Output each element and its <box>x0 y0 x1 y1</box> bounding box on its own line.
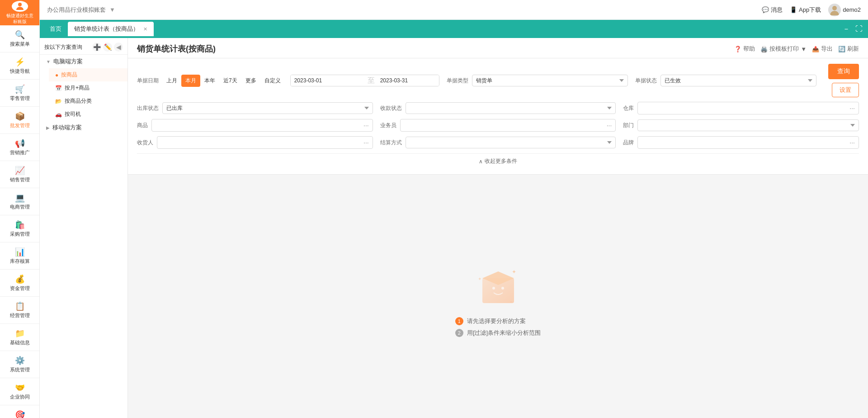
message-btn[interactable]: 💬 消息 <box>762 6 783 14</box>
tree-item-by-product[interactable]: ● 按商品 <box>49 68 127 81</box>
sidebar-label-collab: 企业协同 <box>10 394 30 400</box>
tabbar: 首页 销货单统计表（按商品） ✕ － ⛶ <box>40 20 868 38</box>
tree-item-by-driver[interactable]: 🚗 按司机 <box>49 108 127 121</box>
sidebar-item-management[interactable]: 📋 经营管理 <box>0 297 39 324</box>
filter-row-2: 出库状态 已出库 收款状态 仓库 ··· <box>137 102 859 114</box>
sidebar-item-inventory[interactable]: 📊 库存核算 <box>0 242 39 270</box>
date-to-input[interactable] <box>377 75 439 86</box>
tip-1-num: 1 <box>455 317 463 325</box>
tab-close-icon[interactable]: ✕ <box>143 26 147 32</box>
sidebar-item-search[interactable]: 🔍 搜索菜单 <box>0 25 39 52</box>
doc-type-select[interactable]: 销货单 <box>472 75 628 86</box>
content-area: 按以下方案查询 ➕ ✏️ ◀ ▼ 电脑端方案 ● 按商品 <box>40 38 868 418</box>
tab-minimize-icon[interactable]: － <box>841 23 852 36</box>
tree-expand-icon: ▼ <box>46 59 51 64</box>
tab-home[interactable]: 首页 <box>43 22 68 36</box>
logo-icon <box>12 1 28 12</box>
refresh-icon: 🔄 <box>838 46 845 52</box>
tree-mobile-header[interactable]: ▶ 移动端方案 <box>40 121 127 134</box>
date-btn-7days[interactable]: 近7天 <box>219 75 241 87</box>
app-subtitle: 标账版 <box>13 19 27 25</box>
sidebar-item-collab[interactable]: 🤝 企业协同 <box>0 378 39 405</box>
page-title: 销货单统计表(按商品) <box>137 43 216 54</box>
brand-input[interactable]: ··· <box>637 136 859 149</box>
out-status-label: 出库状态 <box>137 104 159 112</box>
collapse-conditions-btn[interactable]: ∧ 收起更多条件 <box>137 153 859 169</box>
payment-select[interactable] <box>406 137 616 148</box>
sidebar-item-marketing[interactable]: 📢 营销推广 <box>0 134 39 161</box>
sidebar-label-search: 搜索菜单 <box>10 41 30 48</box>
sidebar-item-purchase[interactable]: 🛍️ 采购管理 <box>0 215 39 242</box>
warehouse-input[interactable]: ··· <box>637 102 859 114</box>
salesperson-field: 业务员 ··· <box>380 119 616 132</box>
receiver-input[interactable]: ··· <box>157 136 373 149</box>
date-btn-more[interactable]: 更多 <box>241 75 260 87</box>
out-status-select[interactable]: 已出库 <box>162 102 373 114</box>
left-panel-title: 按以下方案查询 <box>44 43 82 51</box>
user-menu[interactable]: demo2 <box>828 4 861 16</box>
sidebar-item-basic-info[interactable]: 📁 基础信息 <box>0 324 39 351</box>
doc-status-field: 单据状态 已生效 <box>635 75 816 86</box>
date-btn-this-year[interactable]: 本年 <box>200 75 219 87</box>
product-input[interactable]: ··· <box>151 119 373 132</box>
date-range: 至 <box>290 75 439 86</box>
query-btn[interactable]: 查询 <box>828 64 859 79</box>
tree-desktop-label: 电脑端方案 <box>53 57 83 66</box>
date-btn-this-month[interactable]: 本月 <box>181 75 200 87</box>
tab-maximize-icon[interactable]: ⛶ <box>854 23 864 35</box>
sidebar-item-ecommerce[interactable]: 💻 电商管理 <box>0 188 39 215</box>
tip-1-text: 请先选择要分析的方案 <box>467 317 526 325</box>
collapse-panel-btn[interactable]: ◀ <box>114 43 123 52</box>
empty-tip-1: 1 请先选择要分析的方案 <box>455 317 541 325</box>
sidebar-item-retail[interactable]: 🛒 零售管理 <box>0 80 39 107</box>
receiver-label: 收货人 <box>137 139 153 147</box>
tab-home-label: 首页 <box>50 25 61 33</box>
category-icon: 📂 <box>55 98 62 104</box>
doc-status-select[interactable]: 已生效 <box>660 75 816 86</box>
sidebar-item-quick-nav[interactable]: ⚡ 快捷导航 <box>0 52 39 80</box>
receiver-dots-icon: ··· <box>363 139 369 146</box>
topbar: 办公用品行业模拟账套 ▼ 💬 消息 📱 App下载 demo2 <box>40 0 868 20</box>
sidebar-item-finance[interactable]: 💰 资金管理 <box>0 270 39 297</box>
doc-type-field: 单据类型 销货单 <box>447 75 628 86</box>
dept-select[interactable] <box>637 119 859 131</box>
print-btn[interactable]: 🖨️ 按模板打印 ▼ <box>760 45 807 53</box>
app-download-btn[interactable]: 📱 App下载 <box>790 6 821 14</box>
sidebar-item-wholesale[interactable]: 📦 批发管理 <box>0 107 39 134</box>
sidebar-item-guide[interactable]: 🎯 新手引导 <box>0 405 39 418</box>
product-label: 商品 <box>137 122 148 129</box>
tree-item-by-driver-label: 按司机 <box>65 110 81 118</box>
tree-item-by-month-product[interactable]: 📅 按月+商品 <box>49 81 127 95</box>
tree-mobile-expand-icon: ▶ <box>46 125 50 130</box>
salesperson-input[interactable]: ··· <box>400 119 616 132</box>
help-btn[interactable]: ❓ 帮助 <box>734 45 755 53</box>
refresh-btn[interactable]: 🔄 刷新 <box>838 45 859 53</box>
tree-desktop-header[interactable]: ▼ 电脑端方案 <box>40 55 127 68</box>
guide-icon: 🎯 <box>15 410 25 418</box>
empty-state-illustration: ✦ ✦ ✦ <box>471 256 525 310</box>
tree-mobile-label: 移动端方案 <box>52 124 82 132</box>
receive-status-select[interactable] <box>406 102 616 114</box>
setting-btn[interactable]: 设置 <box>832 83 859 97</box>
empty-tips: 1 请先选择要分析的方案 2 用[过滤]条件来缩小分析范围 <box>455 317 541 337</box>
industry-dropdown-icon[interactable]: ▼ <box>109 6 115 13</box>
export-btn[interactable]: 📤 导出 <box>812 45 833 53</box>
date-btn-last-month[interactable]: 上月 <box>162 75 181 87</box>
sidebar-item-sales[interactable]: 📈 销售管理 <box>0 161 39 188</box>
doc-type-label: 单据类型 <box>447 77 468 85</box>
app-name: 畅捷通好生意 <box>6 13 33 19</box>
message-icon: 💬 <box>762 6 769 13</box>
receiver-field: 收货人 ··· <box>137 136 373 149</box>
tab-sales-stats[interactable]: 销货单统计表（按商品） ✕ <box>68 22 154 36</box>
warehouse-label: 仓库 <box>623 104 634 112</box>
salesperson-label: 业务员 <box>380 122 396 129</box>
add-scheme-btn[interactable]: ➕ <box>92 43 101 52</box>
svg-point-4 <box>492 287 495 290</box>
tree-item-by-category[interactable]: 📂 按商品分类 <box>49 95 127 108</box>
sidebar-label-purchase: 采购管理 <box>10 231 30 238</box>
date-from-input[interactable] <box>291 75 366 86</box>
date-btn-custom[interactable]: 自定义 <box>260 75 285 87</box>
sidebar-item-system[interactable]: ⚙️ 系统管理 <box>0 351 39 378</box>
edit-scheme-btn[interactable]: ✏️ <box>103 43 112 52</box>
dept-label: 部门 <box>623 122 634 129</box>
